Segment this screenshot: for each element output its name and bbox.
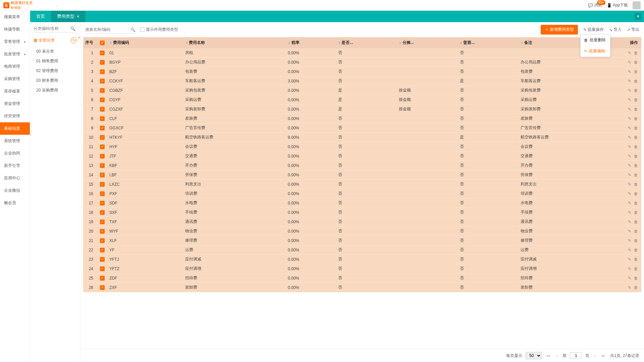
delete-icon[interactable]: 🗑 (634, 266, 638, 271)
first-page-icon[interactable]: ⏮ (545, 353, 552, 358)
edit-icon[interactable]: ✎ (628, 248, 631, 252)
delete-icon[interactable]: 🗑 (634, 182, 638, 187)
col-seq[interactable]: 序号 (83, 37, 97, 48)
search-icon[interactable]: 🔍 (70, 26, 75, 31)
nav-item[interactable]: 基础信息 (0, 122, 30, 135)
edit-icon[interactable]: ✎ (628, 220, 631, 224)
table-row[interactable]: 24✓YFTZ应付调增0.00%否否应付调增✎🗑 (83, 264, 641, 274)
edit-icon[interactable]: ✎ (628, 126, 631, 130)
delete-icon[interactable]: 🗑 (634, 135, 638, 140)
checkbox-checked-icon[interactable]: ✓ (100, 163, 105, 168)
col-name[interactable]: ▲▼费用名称 (183, 37, 286, 48)
table-row[interactable]: 16✓PXF培训费0.00%否否培训费✎🗑 (83, 189, 641, 198)
delete-icon[interactable]: 🗑 (634, 238, 638, 243)
edit-icon[interactable]: ✎ (628, 144, 631, 149)
add-button[interactable]: ＋ 新增费用类型 (541, 25, 578, 35)
page-input[interactable] (570, 352, 582, 359)
category-item[interactable]: 03 财务费用 (30, 76, 80, 85)
edit-icon[interactable]: ✎ (628, 88, 631, 93)
checkbox-checked-icon[interactable]: ✓ (100, 257, 105, 262)
checkbox-checked-icon[interactable]: ✓ (100, 210, 105, 215)
table-row[interactable]: 5✓CGBZF采购包装费0.00%是按金额否采购包装费✎🗑 (83, 86, 641, 95)
edit-icon[interactable]: ✎ (628, 210, 631, 215)
delete-icon[interactable]: 🗑 (634, 201, 638, 205)
delete-icon[interactable]: 🗑 (634, 60, 638, 65)
checkbox-checked-icon[interactable]: ✓ (100, 285, 105, 290)
checkbox-checked-icon[interactable]: ✓ (100, 248, 105, 252)
table-row[interactable]: 13✓KBF开办费0.00%否否开办费✎🗑 (83, 161, 641, 170)
nav-item[interactable]: 经营管理 (0, 110, 30, 122)
delete-icon[interactable]: 🗑 (634, 126, 638, 130)
table-row[interactable]: 23✓YFTJ应付调减0.00%否否应付调减✎🗑 (83, 255, 641, 264)
nav-item[interactable]: 搜索菜单 (0, 11, 30, 23)
nav-item[interactable]: 批发管理▸ (0, 48, 30, 60)
edit-icon[interactable]: ✎ (628, 69, 631, 74)
delete-icon[interactable]: 🗑 (634, 285, 638, 290)
table-row[interactable]: 7✓CGZXF采购装卸费0.00%是按金额否采购装卸费✎🗑 (83, 105, 641, 114)
tab-home[interactable]: 首页 (30, 11, 51, 22)
download-button[interactable]: 📱 App下载 (607, 2, 628, 8)
checkbox-checked-icon[interactable]: ✓ (100, 69, 105, 74)
checkbox-checked-icon[interactable]: ✓ (100, 135, 105, 140)
nav-item[interactable]: 快捷导航 (0, 23, 30, 36)
nav-item[interactable]: 系统管理 (0, 135, 30, 147)
delete-icon[interactable]: 🗑 (634, 154, 638, 159)
checkbox-checked-icon[interactable]: ✓ (100, 191, 105, 196)
checkbox-checked-icon[interactable]: ✓ (100, 88, 105, 93)
table-wrap[interactable]: 序号 ✓ ▲▼费用编码 ▲▼费用名称 ▲▼税率 ▲▼是否... ▲▼分摊... … (80, 37, 644, 349)
export-button[interactable]: ↗导出 (627, 27, 639, 33)
edit-icon[interactable]: ✎ (628, 135, 631, 140)
nav-item[interactable]: 电商管理 (0, 60, 30, 73)
edit-icon[interactable]: ✎ (628, 154, 631, 159)
nav-item[interactable]: 采购管理 (0, 73, 30, 85)
edit-icon[interactable]: ✎ (628, 98, 631, 102)
checkbox-checked-icon[interactable]: ✓ (100, 201, 105, 205)
table-row[interactable]: 1✓01房租0.00%否否✎🗑 (83, 48, 641, 58)
table-row[interactable]: 12✓JTF交通费0.00%否否交通费✎🗑 (83, 152, 641, 161)
delete-icon[interactable]: 🗑 (634, 98, 638, 102)
avatar[interactable] (633, 1, 641, 9)
col-ticket[interactable]: ▲▼普票... (458, 37, 519, 48)
table-row[interactable]: 22✓YF运费0.00%否否运费✎🗑 (83, 245, 641, 255)
chevron-down-icon[interactable]: ⌄ (55, 3, 58, 8)
edit-icon[interactable]: ✎ (71, 37, 77, 43)
table-row[interactable]: 3✓BZF包装费0.00%否否包装费✎🗑 (83, 67, 641, 76)
category-all[interactable]: ▦ 全部分类 ✎ (30, 35, 80, 45)
search-icon[interactable]: 🔍 (130, 27, 136, 32)
table-row[interactable]: 25✓ZDF招待费0.00%否否招待费✎🗑 (83, 274, 641, 283)
table-row[interactable]: 19✓TXF通讯费0.00%否否通讯费✎🗑 (83, 217, 641, 227)
table-row[interactable]: 4✓CCKYF车船客运费3.00%否是车船客运费✎🗑 (83, 76, 641, 86)
table-row[interactable]: 8✓CLF差旅费0.00%否否差旅费✎🗑 (83, 114, 641, 123)
checkbox-checked-icon[interactable]: ✓ (100, 79, 105, 83)
edit-icon[interactable]: ✎ (628, 238, 631, 243)
edit-icon[interactable]: ✎ (628, 276, 631, 281)
col-select-all[interactable]: ✓ (97, 37, 107, 48)
delete-icon[interactable]: 🗑 (634, 144, 638, 149)
last-page-icon[interactable]: ⏭ (600, 353, 607, 358)
checkbox-checked-icon[interactable]: ✓ (100, 60, 105, 65)
table-row[interactable]: 2✓BGYP办公用品费0.00%否否办公用品费✎🗑 (83, 58, 641, 67)
search-input[interactable] (85, 26, 136, 34)
batch-edit-item[interactable]: ✎批量编辑 (581, 46, 610, 57)
checkbox-checked-icon[interactable]: ✓ (100, 51, 105, 55)
checkbox-checked-icon[interactable]: ✓ (100, 144, 105, 149)
checkbox-checked-icon[interactable]: ✓ (100, 116, 105, 121)
delete-icon[interactable]: 🗑 (634, 51, 638, 55)
batch-button[interactable]: ✎批量操作 (583, 27, 604, 33)
table-row[interactable]: 11✓HYF会议费0.00%否否会议费✎🗑 (83, 142, 641, 152)
delete-icon[interactable]: 🗑 (634, 276, 638, 281)
table-row[interactable]: 17✓SDF水电费0.00%否否水电费✎🗑 (83, 198, 641, 208)
edit-icon[interactable]: ✎ (628, 107, 631, 112)
close-all-icon[interactable]: ✕ (635, 13, 641, 20)
per-page-select[interactable]: 50 (526, 352, 542, 359)
category-item[interactable]: 20 采购费用 (30, 85, 80, 95)
col-rate[interactable]: ▲▼税率 (286, 37, 336, 48)
col-code[interactable]: ▲▼费用编码 (107, 37, 183, 48)
edit-icon[interactable]: ✎ (628, 266, 631, 271)
nav-item[interactable]: 新手引导 (0, 160, 30, 172)
edit-icon[interactable]: ✎ (628, 191, 631, 196)
table-row[interactable]: 18✓SXF手续费0.00%否否手续费✎🗑 (83, 208, 641, 217)
checkbox-checked-icon[interactable]: ✓ (100, 220, 105, 224)
category-item[interactable]: 00 未分类 (30, 47, 80, 56)
nav-item[interactable]: 零售管理▸ (0, 36, 30, 48)
